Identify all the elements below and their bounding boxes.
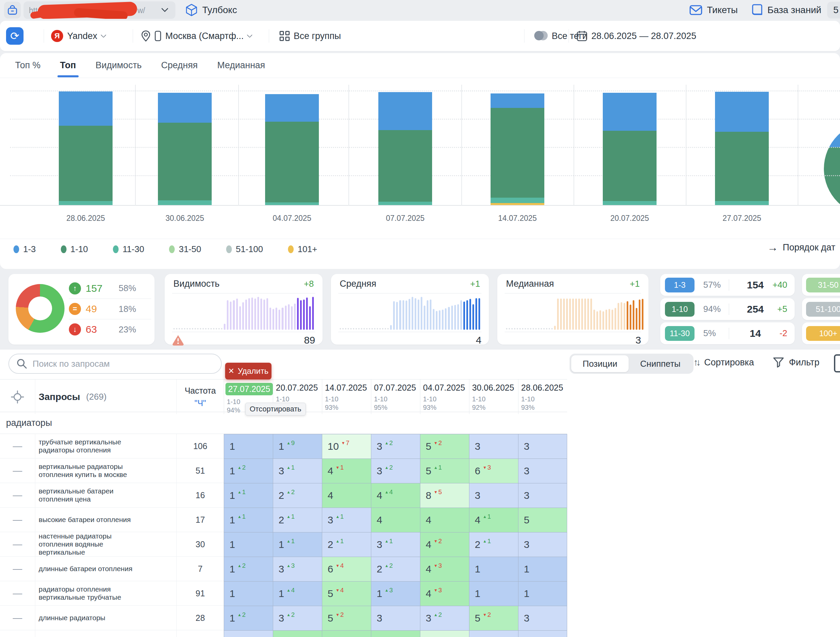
tab-Топ[interactable]: Топ [60,60,76,71]
keyword-cell[interactable]: вертикальные батареи отопления цена [35,483,177,507]
positions-tab[interactable]: Позиции [571,355,628,372]
keyword-cell[interactable]: вертикальные радиаторы отопления купить … [35,458,177,483]
toolbox-link[interactable]: Тулбокс [185,3,237,17]
stat-card-100+[interactable]: 100+ [802,322,840,344]
project-selector[interactable]: htt w/ [24,2,175,19]
tab-Средняя[interactable]: Средняя [161,60,198,71]
position-cell: 2▲2 [371,556,420,581]
position-value: 4 [426,539,431,550]
projects-button[interactable] [4,2,21,19]
tab-Медианная[interactable]: Медианная [217,60,265,71]
keyword-cell[interactable]: длинные батареи отопления [35,556,177,581]
legend-item-11-30[interactable]: 11-30 [113,244,144,254]
position-value: 5 [426,441,431,452]
stat-card-51-100[interactable]: 51-100 [802,298,840,320]
chart-bar-27.07.2025 [715,92,769,205]
delta-value: 3 [439,586,442,594]
median-position-card[interactable]: Медианная +1 3 [497,274,649,345]
column-header-07.07.2025[interactable]: 07.07.20251-1095% [371,379,420,414]
remove-keyword-button[interactable]: — [0,630,35,637]
search-input[interactable] [33,359,214,369]
delete-date-button[interactable]: ✕ Удалить [225,363,272,379]
frequency-column-header[interactable]: Частота "Ч" [177,379,224,414]
groups-selector[interactable]: Все группы [279,21,341,51]
sparkline-bar [627,301,628,330]
legend-item-1-10[interactable]: 1-10 [61,244,88,254]
visibility-card[interactable]: Видимость +8 89 [165,274,322,345]
chart-date-label: 28.06.2025 [55,214,116,223]
bar-segment-101+ [491,203,544,205]
date-order-button[interactable]: → Порядок дат [767,242,835,253]
keyword-cell[interactable]: длинные радиаторы [35,606,177,630]
top-stats-column: 1-357%154+401-1094%254+511-305%14-2 [660,274,795,344]
average-position-card[interactable]: Средняя +1 4 [331,274,489,345]
delta-value: 1 [340,513,344,520]
sparkline-bar [399,300,401,330]
tab-Видимость[interactable]: Видимость [95,60,142,71]
position-cell: 6▼3 [469,458,518,483]
remove-keyword-button[interactable]: — [0,483,35,507]
remove-keyword-button[interactable]: — [0,458,35,483]
column-header-30.06.2025[interactable]: 30.06.20251-1092% [469,379,518,414]
sparkline-bar [412,297,413,330]
remove-keyword-button[interactable]: — [0,581,35,606]
sort-button[interactable]: ↑↓ Сортировка [693,357,754,368]
keywords-table-section: Позиции Сниппеты ↑↓ Сортировка Фильтр ✕ … [0,349,840,637]
queries-column-header[interactable]: Запросы (269) [35,379,177,414]
remove-keyword-button[interactable]: — [0,507,35,532]
remove-keyword-button[interactable]: — [0,434,35,458]
table-row: —высокие батареи отопления171▲12▲13▲1444… [0,507,567,532]
column-date: 04.07.2025 [423,383,465,393]
delta-up-icon: ▲ [238,465,242,470]
keyword-label: радиаторы отопления вертикальные трубчат… [39,585,139,601]
card-current-value: 3 [635,335,641,346]
refresh-button[interactable]: ⟳ [6,27,24,45]
legend-item-31-50[interactable]: 31-50 [169,244,201,254]
remove-keyword-button[interactable]: — [0,556,35,581]
position-cell: 1▲1 [273,532,322,556]
snippets-tab[interactable]: Сниппеты [628,355,692,372]
frequency-cell: 16 [177,483,224,507]
date-order-label: Порядок дат [783,242,835,253]
remove-keyword-button[interactable]: — [0,532,35,556]
column-header-04.07.2025[interactable]: 04.07.20251-1093% [420,379,469,414]
keyword-cell[interactable]: трубчатые вертикальные радиаторы отоплен… [35,434,177,458]
knowledge-base-link[interactable]: База знаний [751,3,821,17]
balance-pill[interactable]: 5 [827,2,840,19]
legend-item-51-100[interactable]: 51-100 [226,244,263,254]
delta-down-icon: ▼ [483,465,487,470]
stat-card-11-30[interactable]: 11-305%14-2 [660,322,795,344]
sparkline-bar [472,304,474,330]
columns-settings-icon[interactable] [834,354,840,373]
keyword-cell[interactable]: высокие батареи отопления [35,507,177,532]
target-column-header[interactable] [0,379,35,414]
legend-item-101+[interactable]: 101+ [288,244,317,254]
stat-card-31-50[interactable]: 31-50 [802,274,840,296]
delta-value: 2 [340,611,344,618]
chart-date-label: 30.06.2025 [155,214,215,223]
position-cell: 3 [469,483,518,507]
search-engine-selector[interactable]: Я Yandex [51,21,106,51]
tab-Топ %[interactable]: Топ % [15,60,41,71]
filter-button[interactable]: Фильтр [773,357,819,368]
region-selector[interactable]: Москва (Смартф... [141,21,252,51]
delta-value: 3 [389,586,393,594]
frequency-cell: 17 [177,507,224,532]
column-header-28.06.2025[interactable]: 28.06.20251-1093% [518,379,567,414]
keyword-cell[interactable]: радиаторы отопления вертикальные трубчат… [35,581,177,606]
column-header-14.07.2025[interactable]: 14.07.20251-1093% [322,379,371,414]
stat-card-1-3[interactable]: 1-357%154+40 [660,274,795,296]
change-count: 63 [86,324,114,335]
tickets-link[interactable]: Тикеты [690,3,738,17]
date-range-selector[interactable]: 28.06.2025 — 28.07.2025 [576,21,696,51]
legend-dot [61,245,66,253]
remove-keyword-button[interactable]: — [0,606,35,630]
legend-item-1-3[interactable]: 1-3 [13,244,36,254]
stat-card-1-10[interactable]: 1-1094%254+5 [660,298,795,320]
keyword-cell[interactable]: настенные радиаторы отопления водяные ве… [35,532,177,556]
view-toggle: Позиции Сниппеты [570,354,693,374]
down-arrow-icon: ↓ [69,323,81,335]
divider [269,29,269,43]
keywords-search[interactable] [8,354,222,374]
column-range: 1-10 [472,395,518,403]
